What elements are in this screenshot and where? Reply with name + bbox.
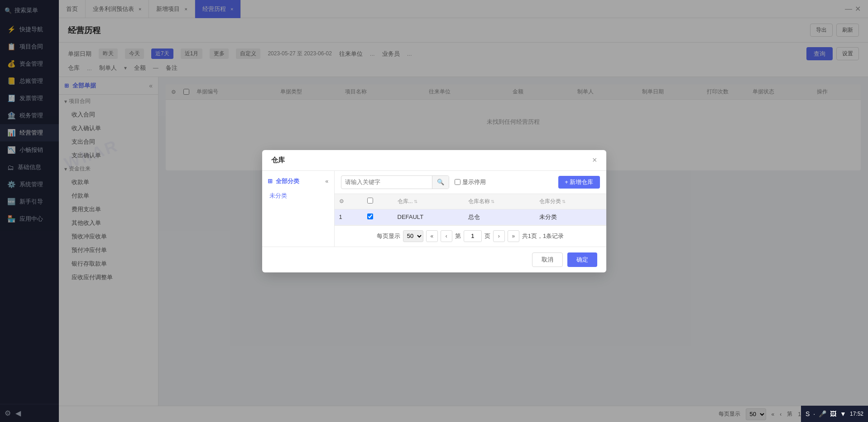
modal-sidebar-header: ⊞ 全部分类 « <box>262 175 334 189</box>
tray-time: 17:52 <box>850 411 863 417</box>
row-no: 1 <box>335 209 363 225</box>
modal-sidebar: ⊞ 全部分类 « 未分类 <box>262 171 335 247</box>
modal-content-area: 🔍 显示停用 + 新增仓库 ⚙ <box>335 171 606 247</box>
add-warehouse-btn[interactable]: + 新增仓库 <box>558 176 599 189</box>
all-categories-icon: ⊞ <box>268 178 273 184</box>
modal-page-prev[interactable]: ‹ <box>441 230 452 242</box>
th-checkbox <box>363 194 393 209</box>
modal-select-all[interactable] <box>367 198 373 204</box>
show-disabled-checkbox[interactable] <box>455 179 460 185</box>
tray-icon-s: S <box>806 410 810 417</box>
modal-search-input[interactable] <box>341 179 432 185</box>
modal-search-box: 🔍 <box>341 175 449 189</box>
th-settings: ⚙ <box>335 194 363 209</box>
modal-overlay: 仓库 × ⊞ 全部分类 « 未分类 <box>0 0 868 422</box>
row-checkbox[interactable] <box>363 209 393 225</box>
row-check-input[interactable] <box>367 213 373 219</box>
th-code: 仓库...⇅ <box>393 194 464 209</box>
modal-page-next[interactable]: › <box>493 230 505 242</box>
modal-header: 仓库 × <box>262 150 606 171</box>
warehouse-modal: 仓库 × ⊞ 全部分类 « 未分类 <box>262 150 606 272</box>
modal-confirm-btn[interactable]: 确定 <box>567 252 597 267</box>
tray-icon-dot: · <box>813 410 815 417</box>
tray-area: S · 🎤 🖼 ▼ 17:52 <box>801 406 868 422</box>
settings-col-icon[interactable]: ⚙ <box>339 198 344 204</box>
row-code: DEFAULT <box>393 209 464 225</box>
th-name: 仓库名称⇅ <box>464 194 535 209</box>
row-name: 总仓 <box>464 209 535 225</box>
modal-total: 共1页，1条记录 <box>522 232 564 240</box>
modal-title: 仓库 <box>271 156 285 165</box>
tray-icon-mic[interactable]: 🎤 <box>819 410 826 417</box>
tray-icon-filter[interactable]: ▼ <box>840 410 846 417</box>
modal-sidebar-unclassified[interactable]: 未分类 <box>262 189 334 203</box>
modal-close-btn[interactable]: × <box>592 155 597 165</box>
modal-table: ⚙ 仓库...⇅ 仓库名称⇅ 仓库分类⇅ <box>335 194 606 225</box>
modal-footer: 取消 确定 <box>262 247 606 272</box>
modal-page-unit: 页 <box>484 232 490 240</box>
modal-page-first[interactable]: « <box>426 230 438 242</box>
modal-cancel-btn[interactable]: 取消 <box>532 252 563 267</box>
show-disabled-label[interactable]: 显示停用 <box>455 178 486 186</box>
modal-table-row[interactable]: 1 DEFAULT 总仓 未分类 <box>335 209 606 225</box>
row-category: 未分类 <box>535 209 606 225</box>
modal-page-label: 第 <box>455 232 461 240</box>
th-category: 仓库分类⇅ <box>535 194 606 209</box>
modal-search-btn[interactable]: 🔍 <box>432 176 449 189</box>
modal-page-input[interactable] <box>464 230 482 242</box>
modal-sidebar-collapse-btn[interactable]: « <box>325 178 328 184</box>
modal-toolbar: 🔍 显示停用 + 新增仓库 <box>335 171 606 194</box>
modal-body: ⊞ 全部分类 « 未分类 🔍 <box>262 171 606 247</box>
modal-per-page-select[interactable]: 50 <box>403 230 423 242</box>
modal-sidebar-title: ⊞ 全部分类 <box>268 177 300 185</box>
modal-page-last[interactable]: » <box>508 230 519 242</box>
modal-pagination: 每页显示 50 « ‹ 第 页 › » 共1页，1条记录 <box>335 225 606 247</box>
modal-per-page-label: 每页显示 <box>377 232 400 240</box>
tray-icon-img[interactable]: 🖼 <box>830 410 836 417</box>
